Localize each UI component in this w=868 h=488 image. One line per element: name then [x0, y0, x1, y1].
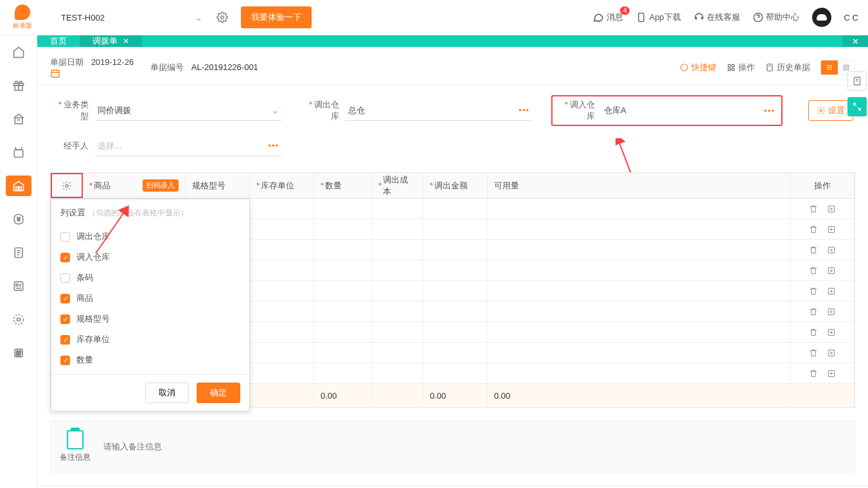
more-icon: •••	[268, 141, 279, 150]
expand-rail-button[interactable]	[847, 97, 867, 116]
org-selector[interactable]: TEST-H002 ⌄	[55, 7, 209, 28]
svg-point-23	[17, 318, 20, 321]
sidebar-warehouse[interactable]	[6, 176, 31, 196]
sidebar-purchase[interactable]	[6, 109, 31, 129]
experience-button[interactable]: 我要体验一下	[241, 6, 312, 28]
column-option[interactable]: ✓库存单位	[60, 329, 240, 350]
in-wh-label: 调入仓库	[570, 100, 595, 121]
handler-select[interactable]: 选择... •••	[95, 136, 281, 156]
column-option[interactable]: ✓商品	[60, 288, 240, 309]
add-icon[interactable]	[827, 287, 836, 296]
add-icon[interactable]	[827, 348, 836, 357]
th-spec: 规格型号	[186, 173, 250, 198]
delete-icon[interactable]	[809, 246, 818, 255]
messages-badge: 4	[620, 6, 630, 15]
notes-rail-button[interactable]	[847, 71, 867, 91]
org-value: TEST-H002	[61, 13, 105, 23]
add-icon[interactable]	[827, 328, 836, 337]
add-icon[interactable]	[827, 369, 836, 378]
th-ops: 操作	[790, 173, 855, 198]
svg-rect-29	[51, 70, 59, 77]
svg-rect-17	[14, 282, 22, 290]
checkbox-icon: ✓	[60, 335, 70, 345]
user-name: C C	[844, 13, 858, 23]
avatar[interactable]	[812, 8, 831, 27]
sidebar-sales[interactable]	[6, 142, 31, 163]
col-cancel-button[interactable]: 取消	[145, 383, 189, 403]
messages-link[interactable]: 消息 4	[592, 12, 623, 23]
sidebar-archive[interactable]	[6, 276, 31, 296]
checkbox-icon: ✓	[60, 253, 70, 262]
delete-icon[interactable]	[809, 328, 818, 337]
add-icon[interactable]	[827, 266, 836, 275]
gear-icon[interactable]	[217, 12, 228, 23]
delete-icon[interactable]	[809, 266, 818, 275]
tab-transfer-order[interactable]: 调拨单 ✕	[80, 35, 142, 47]
column-option[interactable]: ✓调入仓库	[60, 247, 240, 267]
delete-icon[interactable]	[809, 204, 818, 213]
add-icon[interactable]	[827, 307, 836, 316]
th-outcost: *调出成本	[372, 173, 423, 198]
handler-label: 经手人	[64, 141, 89, 150]
sidebar-gift[interactable]	[6, 75, 31, 96]
calendar-icon[interactable]	[50, 68, 137, 78]
column-option[interactable]: 条码	[60, 267, 240, 288]
column-settings-button[interactable]	[51, 173, 83, 198]
add-icon[interactable]	[827, 225, 836, 234]
keyboard-icon	[680, 63, 689, 72]
help-center-label: 帮助中心	[766, 12, 799, 23]
close-icon[interactable]: ✕	[123, 37, 129, 46]
delete-icon[interactable]	[809, 348, 818, 357]
tab-home[interactable]: 首页	[37, 35, 80, 47]
biz-type-select[interactable]: 同价调拨 ⌄	[95, 100, 281, 121]
gear-icon	[817, 106, 826, 115]
checkbox-icon	[60, 273, 70, 283]
th-unit: *库存单位	[250, 173, 314, 198]
scan-entry-badge[interactable]: 扫码录入	[143, 179, 179, 192]
add-icon[interactable]	[827, 246, 836, 255]
footer-qty: 0.00	[314, 384, 372, 407]
delete-icon[interactable]	[809, 369, 818, 378]
in-wh-field-highlighted: *调入仓库 仓库A •••	[551, 95, 783, 126]
column-option[interactable]: ✓数量	[60, 350, 240, 370]
sidebar-home[interactable]	[6, 42, 31, 62]
app-download-link[interactable]: App下载	[636, 12, 680, 23]
online-service-link[interactable]: 在线客服	[694, 12, 740, 23]
remarks-input[interactable]	[103, 442, 846, 451]
svg-rect-8	[15, 118, 22, 123]
date-value[interactable]: 2019-12-26	[91, 57, 134, 67]
column-option[interactable]: ✓规格型号	[60, 309, 240, 329]
delete-icon[interactable]	[809, 307, 818, 316]
operate-action[interactable]: 操作	[727, 62, 755, 73]
checkbox-icon	[60, 232, 70, 242]
view-list-button[interactable]	[821, 60, 838, 75]
sidebar-new[interactable]: 新	[6, 343, 31, 363]
th-avail: 可用量	[488, 173, 790, 198]
out-wh-select[interactable]: 总仓 •••	[346, 100, 532, 121]
app-download-label: App下载	[649, 12, 680, 23]
delete-icon[interactable]	[809, 287, 818, 296]
svg-text:新: 新	[16, 350, 21, 356]
svg-rect-9	[14, 150, 22, 158]
in-wh-select[interactable]: 仓库A •••	[601, 100, 777, 121]
shortcut-action[interactable]: 快捷键	[680, 62, 716, 73]
close-all-tabs[interactable]: ✕	[842, 35, 868, 47]
th-outamt: *调出金额	[423, 173, 488, 198]
column-option[interactable]: 调出仓库	[60, 226, 240, 247]
sidebar-settings[interactable]	[6, 309, 31, 330]
help-center-link[interactable]: 帮助中心	[753, 12, 799, 23]
sidebar-report[interactable]	[6, 242, 31, 263]
col-confirm-button[interactable]: 确定	[197, 383, 240, 403]
delete-icon[interactable]	[809, 225, 818, 234]
history-action[interactable]: 历史单据	[765, 62, 810, 73]
more-icon: •••	[764, 106, 775, 116]
th-product: *商品扫码录入	[83, 173, 186, 198]
remarks-label: 备注信息	[60, 452, 91, 463]
history-icon	[765, 63, 774, 72]
sidebar-finance[interactable]: ¥	[6, 209, 31, 230]
doc-no-value: AL-20191226-001	[191, 62, 258, 72]
add-icon[interactable]	[827, 204, 836, 213]
svg-point-0	[221, 16, 224, 19]
footer-avail: 0.00	[488, 384, 790, 407]
checkbox-icon: ✓	[60, 294, 70, 303]
